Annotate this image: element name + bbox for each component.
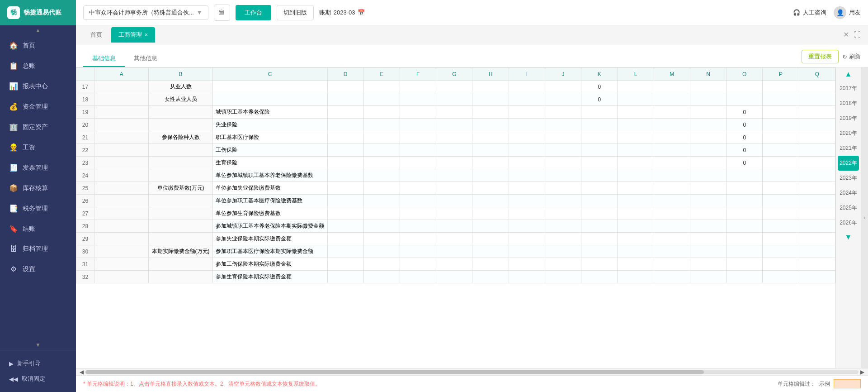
cell-q-17[interactable] [799, 81, 835, 93]
cell-p-25[interactable] [763, 182, 799, 195]
cell-o-26[interactable] [726, 195, 763, 207]
cell-k-30[interactable] [581, 245, 618, 258]
cell-d-28[interactable] [327, 220, 363, 233]
cell-g-24[interactable] [436, 169, 472, 182]
year-item-2025年[interactable]: 2025年 [838, 201, 859, 215]
cell-g-32[interactable] [436, 271, 472, 283]
cell-a-32[interactable] [94, 271, 149, 283]
cell-p-24[interactable] [763, 169, 799, 182]
cell-n-27[interactable] [690, 207, 726, 220]
cell-p-31[interactable] [763, 258, 799, 271]
year-item-2020年[interactable]: 2020年 [838, 126, 859, 141]
cell-l-27[interactable] [618, 207, 654, 220]
cell-i-23[interactable] [509, 157, 545, 169]
cell-j-27[interactable] [545, 207, 581, 220]
cell-j-24[interactable] [545, 169, 581, 182]
cell-o-28[interactable] [726, 220, 763, 233]
calendar-icon[interactable]: 📅 [358, 9, 365, 16]
cell-b-30[interactable]: 本期实际缴费金额(万元) [149, 245, 212, 258]
cell-q-31[interactable] [799, 258, 835, 271]
cell-b-28[interactable] [149, 220, 212, 233]
cell-c-32[interactable]: 参加生育保险本期实际缴费金额 [212, 271, 327, 283]
cell-e-30[interactable] [363, 245, 400, 258]
cell-j-20[interactable] [545, 119, 581, 131]
cell-j-29[interactable] [545, 233, 581, 245]
cell-a-22[interactable] [94, 144, 149, 157]
cell-o-17[interactable] [726, 81, 763, 93]
cell-q-18[interactable] [799, 93, 835, 106]
cell-a-18[interactable] [94, 93, 149, 106]
cell-m-17[interactable] [654, 81, 690, 93]
cell-q-32[interactable] [799, 271, 835, 283]
cell-h-30[interactable] [472, 245, 509, 258]
cell-e-31[interactable] [363, 258, 400, 271]
cell-e-19[interactable] [363, 106, 400, 119]
cell-c-23[interactable]: 生育保险 [212, 157, 327, 169]
cell-j-21[interactable] [545, 131, 581, 144]
cell-g-22[interactable] [436, 144, 472, 157]
cell-b-29[interactable] [149, 233, 212, 245]
cell-l-32[interactable] [618, 271, 654, 283]
company-selector[interactable]: 中审众环会计师事务所（特殊普通合伙... ▼ [83, 5, 208, 20]
cell-h-32[interactable] [472, 271, 509, 283]
cell-q-29[interactable] [799, 233, 835, 245]
cell-i-31[interactable] [509, 258, 545, 271]
sidebar-item-assets[interactable]: 🏢 固定资产 [0, 117, 76, 137]
cell-q-30[interactable] [799, 245, 835, 258]
year-item-2017年[interactable]: 2017年 [838, 81, 859, 96]
cell-g-26[interactable] [436, 195, 472, 207]
cell-o-31[interactable] [726, 258, 763, 271]
cell-b-22[interactable] [149, 144, 212, 157]
cell-k-26[interactable] [581, 195, 618, 207]
cell-p-22[interactable] [763, 144, 799, 157]
cell-k-27[interactable] [581, 207, 618, 220]
cell-e-24[interactable] [363, 169, 400, 182]
cell-f-26[interactable] [400, 195, 436, 207]
cell-b-25[interactable]: 单位缴费基数(万元) [149, 182, 212, 195]
cell-q-24[interactable] [799, 169, 835, 182]
cell-p-32[interactable] [763, 271, 799, 283]
cell-n-23[interactable] [690, 157, 726, 169]
workbench-button[interactable]: 工作台 [236, 5, 271, 20]
cell-a-26[interactable] [94, 195, 149, 207]
cell-b-21[interactable]: 参保各险种人数 [149, 131, 212, 144]
cell-d-26[interactable] [327, 195, 363, 207]
cell-e-18[interactable] [363, 93, 400, 106]
cell-g-28[interactable] [436, 220, 472, 233]
cell-l-31[interactable] [618, 258, 654, 271]
cell-m-18[interactable] [654, 93, 690, 106]
cell-l-25[interactable] [618, 182, 654, 195]
cell-q-20[interactable] [799, 119, 835, 131]
cell-q-19[interactable] [799, 106, 835, 119]
cell-a-21[interactable] [94, 131, 149, 144]
cell-n-18[interactable] [690, 93, 726, 106]
cell-h-20[interactable] [472, 119, 509, 131]
cell-l-20[interactable] [618, 119, 654, 131]
cell-k-18[interactable]: 0 [581, 93, 618, 106]
cell-g-30[interactable] [436, 245, 472, 258]
cell-e-27[interactable] [363, 207, 400, 220]
cell-c-24[interactable]: 单位参加城镇职工基本养老保险缴费基数 [212, 169, 327, 182]
cell-d-21[interactable] [327, 131, 363, 144]
cell-h-17[interactable] [472, 81, 509, 93]
cell-m-30[interactable] [654, 245, 690, 258]
cell-q-28[interactable] [799, 220, 835, 233]
cell-b-23[interactable] [149, 157, 212, 169]
cell-g-20[interactable] [436, 119, 472, 131]
cell-f-23[interactable] [400, 157, 436, 169]
cell-p-29[interactable] [763, 233, 799, 245]
cell-g-17[interactable] [436, 81, 472, 93]
cell-m-25[interactable] [654, 182, 690, 195]
cell-c-18[interactable] [212, 93, 327, 106]
cell-n-32[interactable] [690, 271, 726, 283]
cell-o-24[interactable] [726, 169, 763, 182]
cell-d-18[interactable] [327, 93, 363, 106]
cell-b-18[interactable]: 女性从业人员 [149, 93, 212, 106]
cell-e-32[interactable] [363, 271, 400, 283]
tab-commerce[interactable]: 工商管理 × [111, 27, 155, 43]
cell-h-19[interactable] [472, 106, 509, 119]
cell-p-18[interactable] [763, 93, 799, 106]
cell-l-22[interactable] [618, 144, 654, 157]
cell-k-24[interactable] [581, 169, 618, 182]
cell-k-29[interactable] [581, 233, 618, 245]
